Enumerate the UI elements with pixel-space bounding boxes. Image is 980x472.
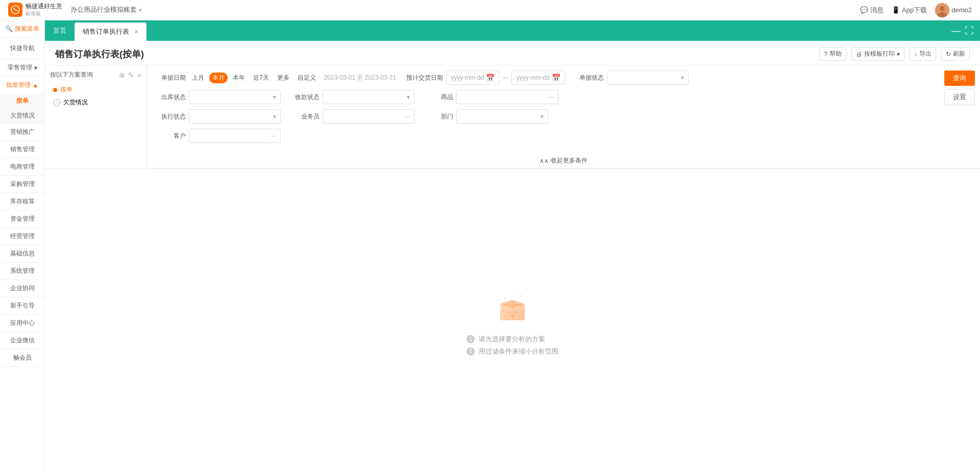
svg-point-8 (524, 301, 525, 302)
collapse-label: 收起更多条件 (551, 156, 587, 165)
members-label: 畅会员 (13, 353, 32, 362)
main-layout: 🔍 搜索菜单 快捷导航 零售管理 ▾ 批发管理 ▲ 按单 (0, 20, 980, 472)
sidebar-item-marketing[interactable]: 营销推广 (0, 124, 44, 140)
filter-field-order-status: 单据状态 ▾ (573, 70, 689, 85)
scheme-item-backorder-label: 欠货情况 (63, 98, 88, 107)
sidebar-item-appstore[interactable]: 应用中心 (0, 315, 44, 332)
calendar-start-icon[interactable]: 📅 (486, 74, 495, 82)
scheme-collapse-icon[interactable]: « (137, 71, 141, 79)
date-tab-custom[interactable]: 自定义 (295, 73, 319, 83)
export-button[interactable]: ↓ 导出 (910, 47, 936, 61)
sales-order-tab-label: 销售订单执行表 (83, 27, 129, 36)
filter-row-4: 客户 ··· (155, 129, 936, 143)
org-selector-label: 办公用品行业模拟账套 (70, 5, 137, 14)
sidebar-search[interactable]: 🔍 搜索菜单 (0, 20, 44, 38)
sidebar-item-operations[interactable]: 经营管理 (0, 228, 44, 245)
print-chevron: ▾ (897, 51, 900, 58)
message-label: 消息 (870, 6, 884, 15)
sidebar-item-basic[interactable]: 基础信息 (0, 245, 44, 262)
template-print-label: 按模板打印 (864, 50, 895, 58)
sidebar-item-purchase[interactable]: 采购管理 (0, 176, 44, 193)
delivery-status-select[interactable]: ▾ (189, 90, 281, 104)
execution-status-label: 执行状态 (155, 112, 186, 121)
help-icon: ? (824, 51, 827, 58)
sidebar-item-newbie[interactable]: 新手引导 (0, 297, 44, 314)
goods-dots[interactable]: ··· (549, 93, 554, 101)
sidebar-item-wholesale[interactable]: 批发管理 ▲ (0, 77, 44, 93)
data-area: 1 请先选择要分析的方案 2 用过滤条件来缩小分析范围 (45, 169, 980, 472)
sidebar-search-label: 搜索菜单 (15, 25, 39, 32)
scheme-item-backorder[interactable]: ○ 欠货情况 (50, 96, 141, 109)
retail-label: 零售管理 (8, 63, 32, 72)
scheme-edit-icon[interactable]: ✎ (128, 71, 134, 79)
goods-select[interactable]: ··· (456, 90, 558, 104)
scheme-add-icon[interactable]: ⊕ (119, 71, 125, 79)
date-input-end[interactable]: yyyy-mm-dd 📅 (511, 70, 565, 85)
sidebar-sub-item-byorder[interactable]: 按单 (0, 93, 44, 108)
template-print-button[interactable]: 🖨 按模板打印 ▾ (851, 47, 904, 61)
byorder-label: 按单 (16, 97, 29, 104)
date-tab-this-year[interactable]: 本年 (230, 73, 248, 83)
order-status-select[interactable]: ▾ (607, 70, 689, 85)
logo-text: 畅捷通好生意 (26, 3, 62, 10)
tab-sales-order[interactable]: 销售订单执行表 × (75, 22, 146, 41)
department-chevron: ▾ (541, 113, 544, 120)
sidebar-sub-item-backorder[interactable]: 欠货情况 (0, 108, 44, 123)
maximize-icon[interactable]: ⛶ (965, 26, 974, 36)
scheme-header: 按以下方案查询 ⊕ ✎ « (50, 70, 141, 79)
collapse-btn[interactable]: ∧∧ 收起更多条件 (540, 156, 587, 165)
scheme-circle-icon: ○ (53, 99, 60, 106)
scheme-header-label: 按以下方案查询 (50, 70, 93, 79)
collapse-bar[interactable]: ∧∧ 收起更多条件 (147, 153, 980, 169)
help-button[interactable]: ? 帮助 (819, 47, 846, 61)
refresh-button[interactable]: ↻ 刷新 (941, 47, 970, 61)
salesperson-dots[interactable]: ··· (405, 113, 410, 120)
retail-chevron: ▾ (34, 64, 37, 72)
sidebar-item-system[interactable]: 系统管理 (0, 263, 44, 279)
tab-close-icon[interactable]: × (134, 28, 138, 36)
tab-home[interactable]: 首页 (45, 20, 75, 41)
phone-icon: 📱 (892, 6, 900, 14)
date-label: 单据日期 (155, 74, 186, 82)
date-input-start[interactable]: yyyy-mm-dd 📅 (446, 70, 499, 85)
org-selector-chevron: ▾ (139, 7, 141, 13)
date-end-placeholder: yyyy-mm-dd (516, 74, 549, 81)
logo-icon (8, 3, 22, 17)
finance-label: 资金管理 (10, 215, 35, 223)
date-tab-last-month[interactable]: 上月 (189, 73, 207, 83)
sidebar-item-enterprise[interactable]: 企业协同 (0, 280, 44, 297)
execution-status-select[interactable]: ▾ (189, 109, 281, 124)
purchase-label: 采购管理 (10, 180, 35, 188)
order-status-label: 单据状态 (573, 74, 604, 82)
query-button[interactable]: 查询 (944, 70, 975, 86)
message-action[interactable]: 💬 消息 (860, 6, 884, 15)
salesperson-select[interactable]: ··· (323, 109, 414, 124)
sidebar-item-quick-nav[interactable]: 快捷导航 (0, 40, 44, 57)
customer-select[interactable]: ··· (189, 129, 281, 143)
sidebar-item-retail[interactable]: 零售管理 ▾ (0, 59, 44, 76)
filter-row-2: 出库状态 ▾ 收款状态 ▾ (155, 90, 936, 104)
app-download-action[interactable]: 📱 App下载 (892, 6, 927, 15)
customer-dots[interactable]: ··· (271, 132, 276, 139)
org-selector[interactable]: 办公用品行业模拟账套 ▾ (66, 5, 145, 14)
sidebar-group-retail: 零售管理 ▾ (0, 59, 44, 77)
department-select[interactable]: ▾ (456, 109, 548, 124)
date-tab-more[interactable]: 更多 (274, 73, 292, 83)
sidebar-item-inventory[interactable]: 库存核算 (0, 193, 44, 210)
sidebar-item-members[interactable]: 畅会员 (0, 349, 44, 366)
scheme-item-byorder[interactable]: 按单 (50, 83, 141, 96)
avatar (935, 3, 949, 17)
date-tab-this-month[interactable]: 本月 (209, 73, 228, 83)
tip-2-text: 用过滤条件来缩小分析范围 (479, 347, 558, 356)
sidebar-item-finance[interactable]: 资金管理 (0, 210, 44, 227)
calendar-end-icon[interactable]: 📅 (552, 74, 560, 82)
settings-button[interactable]: 设置 (944, 89, 975, 105)
minimize-icon[interactable]: — (951, 26, 961, 36)
sidebar-item-ecommerce[interactable]: 电商管理 (0, 158, 44, 175)
date-tab-7days[interactable]: 近7天 (250, 73, 272, 83)
user-area[interactable]: demo2 (935, 3, 972, 17)
home-tab-label: 首页 (53, 26, 66, 35)
sidebar-item-wecom[interactable]: 企业微信 (0, 332, 44, 349)
collection-status-select[interactable]: ▾ (323, 90, 414, 104)
sidebar-item-sales[interactable]: 销售管理 (0, 141, 44, 158)
